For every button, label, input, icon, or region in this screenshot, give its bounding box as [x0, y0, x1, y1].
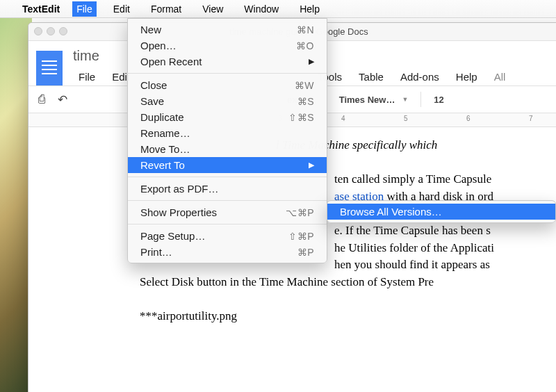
app-name[interactable]: TextEdit — [22, 3, 60, 15]
menu-item-duplicate[interactable]: Duplicate⇧⌘S — [128, 109, 327, 125]
font-dropdown[interactable]: Times New…▼ — [339, 95, 409, 105]
window-controls[interactable] — [34, 27, 67, 35]
revert-to-submenu: Browse All Versions… — [327, 200, 556, 223]
menu-item-export-pdf[interactable]: Export as PDF… — [128, 181, 327, 197]
doc-text: hen you should find it appears as — [334, 256, 493, 274]
menu-item-rename[interactable]: Rename… — [128, 125, 327, 141]
menu-item-close[interactable]: Close⌘W — [128, 77, 327, 93]
menu-item-save[interactable]: Save⌘S — [128, 93, 327, 109]
docs-menu-all[interactable]: All — [486, 68, 514, 85]
zoom-window-icon[interactable] — [59, 27, 67, 35]
close-window-icon[interactable] — [34, 27, 42, 35]
menu-edit[interactable]: Edit — [109, 1, 134, 17]
font-label: Times New… — [339, 95, 395, 105]
docs-menu-help[interactable]: Help — [448, 68, 486, 85]
menu-item-move-to[interactable]: Move To… — [128, 141, 327, 157]
fontsize-value: 12 — [434, 95, 443, 105]
print-icon[interactable] — [38, 92, 45, 106]
menu-separator — [128, 73, 327, 74]
menu-window[interactable]: Window — [240, 1, 283, 17]
docs-menu-addons[interactable]: Add-ons — [392, 68, 448, 85]
menu-file[interactable]: File — [72, 1, 97, 17]
menu-item-browse-all-versions[interactable]: Browse All Versions… — [327, 204, 555, 220]
file-dropdown-menu: New⌘N Open…⌘O Open Recent▶ Close⌘W Save⌘… — [127, 18, 327, 263]
fontsize-field[interactable]: 12 — [434, 95, 443, 105]
menu-item-page-setup[interactable]: Page Setup…⇧⌘P — [128, 228, 327, 244]
docs-logo-icon[interactable] — [28, 48, 70, 85]
doc-text: e. If the Time Capsule has been s — [334, 222, 491, 240]
menu-separator — [128, 200, 327, 201]
menu-item-show-properties[interactable]: Show Properties⌥⌘P — [128, 204, 327, 220]
menu-item-revert-to[interactable]: Revert To▶ — [128, 157, 327, 173]
minimize-window-icon[interactable] — [47, 27, 55, 35]
macos-menubar: TextEdit File Edit Format View Window He… — [0, 0, 556, 18]
undo-icon[interactable] — [58, 92, 67, 107]
menu-separator — [128, 177, 327, 177]
menu-item-open[interactable]: Open…⌘O — [128, 38, 327, 54]
menu-item-new[interactable]: New⌘N — [128, 22, 327, 38]
docs-menu-file[interactable]: File — [70, 68, 104, 85]
menu-separator — [128, 224, 327, 224]
doc-text: he Utilities folder of the Applicati — [334, 240, 494, 257]
docs-menu-table[interactable]: Table — [350, 68, 392, 85]
doc-text: ***airportutility.png — [140, 309, 237, 322]
menu-view[interactable]: View — [198, 1, 227, 17]
doc-text: ten called simply a Time Capsule — [334, 171, 491, 188]
toolbar-separator — [420, 92, 421, 107]
menu-item-open-recent[interactable]: Open Recent▶ — [128, 54, 327, 70]
menu-item-print[interactable]: Print…⌘P — [128, 244, 327, 260]
menu-help[interactable]: Help — [295, 1, 324, 17]
doc-text: Select Disk button in the Time Machine s… — [140, 275, 434, 288]
menu-format[interactable]: Format — [147, 1, 186, 17]
submenu-arrow-icon: ▶ — [309, 57, 314, 66]
submenu-arrow-icon: ▶ — [309, 161, 314, 170]
chevron-down-icon: ▼ — [402, 96, 408, 103]
